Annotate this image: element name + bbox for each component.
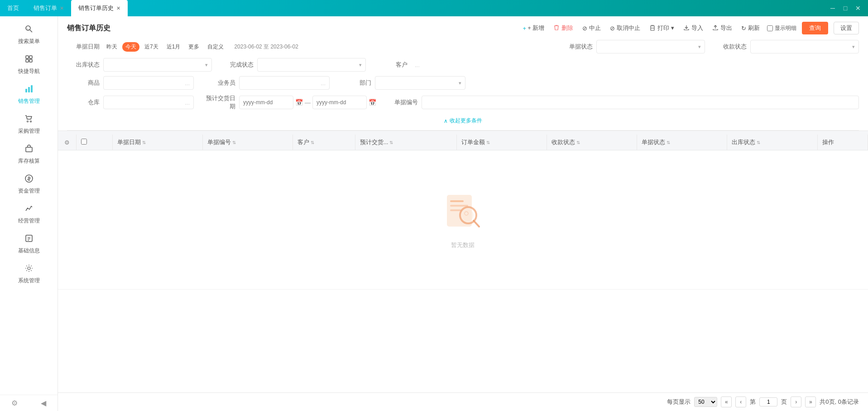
close-button[interactable]: ✕ bbox=[854, 4, 863, 13]
col-settings-icon[interactable]: ⚙ bbox=[64, 139, 70, 146]
export-button[interactable]: 导出 bbox=[710, 23, 734, 33]
col-expected-date: 预计交货... ⇅ bbox=[355, 135, 457, 150]
svg-point-11 bbox=[27, 121, 28, 122]
svg-line-28 bbox=[474, 221, 479, 227]
date-7days-btn[interactable]: 近7天 bbox=[141, 42, 162, 52]
page-number-input[interactable] bbox=[759, 397, 777, 406]
expected-date-to-icon[interactable]: 📅 bbox=[369, 99, 376, 106]
sidebar-item-search-menu[interactable]: 搜索菜单 bbox=[0, 20, 58, 50]
empty-illustration bbox=[436, 190, 490, 236]
date-1month-btn[interactable]: 近1月 bbox=[163, 42, 184, 52]
warehouse-input[interactable]: ... bbox=[103, 96, 194, 109]
customer-input[interactable]: ... bbox=[411, 58, 502, 72]
sidebar-item-basic-info[interactable]: 基础信息 bbox=[0, 229, 58, 259]
completion-status-chevron-icon: ▾ bbox=[359, 62, 362, 68]
minimize-button[interactable]: ─ bbox=[828, 4, 837, 13]
order-no-input[interactable] bbox=[422, 96, 859, 109]
date-more-btn[interactable]: 更多 bbox=[185, 42, 202, 52]
col-order-no-sort[interactable]: 单据编号 ⇅ bbox=[207, 138, 288, 146]
collapse-bar[interactable]: ∧ 收起更多条件 bbox=[67, 115, 859, 126]
customer-label: 客户 bbox=[375, 61, 411, 69]
date-custom-btn[interactable]: 自定义 bbox=[204, 42, 227, 52]
export-icon bbox=[712, 24, 719, 32]
col-order-status-sort[interactable]: 单据状态 ⇅ bbox=[642, 138, 722, 146]
select-all-checkbox[interactable] bbox=[81, 139, 87, 145]
cancel-stop-icon: ⊘ bbox=[610, 25, 615, 32]
delete-button[interactable]: 删除 bbox=[551, 23, 575, 33]
collapse-up-icon: ∧ bbox=[444, 118, 448, 124]
query-button[interactable]: 查询 bbox=[802, 22, 828, 34]
col-warehouse-status: 出库状态 ⇅ bbox=[727, 135, 817, 150]
date-today-btn[interactable]: 今天 bbox=[122, 42, 139, 52]
expected-date-from-input[interactable] bbox=[239, 96, 293, 109]
sidebar-item-sales-mgmt[interactable]: 销售管理 bbox=[0, 80, 58, 110]
last-page-button[interactable]: » bbox=[805, 396, 816, 407]
svg-rect-25 bbox=[450, 209, 461, 211]
expected-date-from-icon[interactable]: 📅 bbox=[295, 99, 303, 106]
order-status-select[interactable]: ▾ bbox=[596, 40, 705, 53]
finance-icon bbox=[24, 174, 34, 185]
sidebar-item-inventory-label: 库存核算 bbox=[18, 157, 40, 165]
col-date-sort[interactable]: 单据日期 ⇅ bbox=[117, 138, 198, 146]
search-menu-icon bbox=[24, 24, 34, 36]
col-amount-sort[interactable]: 订单金额 ⇅ bbox=[461, 138, 542, 146]
quick-nav-icon bbox=[24, 54, 34, 66]
completion-status-label: 完成状态 bbox=[221, 61, 257, 69]
cancel-stop-button[interactable]: ⊘ 取消中止 bbox=[608, 23, 642, 33]
sidebar-settings-button[interactable]: ⚙ bbox=[11, 399, 18, 407]
product-input[interactable]: ... bbox=[103, 76, 194, 90]
refresh-button[interactable]: ↻ 刷新 bbox=[739, 23, 762, 33]
sidebar-item-finance[interactable]: 资金管理 bbox=[0, 169, 58, 199]
empty-state: 暂无数据 bbox=[62, 154, 863, 285]
sidebar-collapse-button[interactable]: ◀ bbox=[41, 399, 46, 407]
tab-sales-order[interactable]: 销售订单 ✕ bbox=[26, 0, 71, 16]
sidebar-item-ops[interactable]: 经营管理 bbox=[0, 199, 58, 229]
tab-sales-order-history-close[interactable]: ✕ bbox=[116, 5, 120, 11]
per-page-select[interactable]: 50 10 20 100 bbox=[694, 397, 717, 407]
new-button[interactable]: + + 新增 bbox=[521, 23, 547, 33]
col-payment-status-sort[interactable]: 收款状态 ⇅ bbox=[551, 138, 632, 146]
empty-state-row: 暂无数据 bbox=[58, 150, 868, 290]
print-button[interactable]: 打印 ▾ bbox=[647, 23, 676, 33]
svg-rect-6 bbox=[26, 59, 29, 62]
tab-sales-order-close[interactable]: ✕ bbox=[60, 5, 64, 11]
sidebar-item-sys-mgmt[interactable]: 系统管理 bbox=[0, 259, 58, 289]
toolbar: + + 新增 删除 ⊘ 中止 ⊘ 取 bbox=[521, 22, 859, 34]
tab-sales-order-history[interactable]: 销售订单历史 ✕ bbox=[71, 0, 128, 16]
sidebar-item-purchase-mgmt[interactable]: 采购管理 bbox=[0, 110, 58, 140]
next-page-button[interactable]: › bbox=[791, 396, 801, 407]
first-page-button[interactable]: « bbox=[721, 396, 732, 407]
sidebar-item-quick-nav[interactable]: 快捷导航 bbox=[0, 50, 58, 80]
stop-button[interactable]: ⊘ 中止 bbox=[580, 23, 603, 33]
settings-button[interactable]: 设置 bbox=[834, 22, 859, 34]
page-title-row: 销售订单历史 + + 新增 删除 ⊘ 中止 bbox=[67, 22, 859, 34]
display-toggle[interactable]: 显示明细 bbox=[767, 24, 796, 32]
page-suffix: 页 bbox=[781, 398, 787, 406]
import-button[interactable]: 导入 bbox=[681, 23, 705, 33]
prev-page-button[interactable]: ‹ bbox=[735, 396, 746, 407]
svg-point-27 bbox=[463, 210, 474, 221]
expected-date-to-input[interactable] bbox=[312, 96, 367, 109]
tab-home-label: 首页 bbox=[7, 4, 19, 12]
col-customer-sort[interactable]: 客户 ⇅ bbox=[297, 138, 350, 146]
tab-home[interactable]: 首页 bbox=[0, 0, 26, 16]
maximize-button[interactable]: □ bbox=[841, 4, 850, 13]
department-select[interactable]: ▾ bbox=[375, 76, 465, 90]
import-icon bbox=[683, 24, 690, 32]
date-yesterday-btn[interactable]: 昨天 bbox=[103, 42, 120, 52]
display-toggle-checkbox[interactable] bbox=[767, 25, 773, 31]
col-expected-date-sort[interactable]: 预计交货... ⇅ bbox=[360, 138, 452, 146]
department-label: 部门 bbox=[339, 79, 375, 87]
col-order-status: 单据状态 ⇅ bbox=[637, 135, 727, 150]
sort-order-no-icon: ⇅ bbox=[232, 140, 236, 145]
col-warehouse-status-sort[interactable]: 出库状态 ⇅ bbox=[732, 138, 812, 146]
payment-status-select[interactable]: ▾ bbox=[750, 40, 859, 53]
payment-status-label: 收款状态 bbox=[714, 43, 750, 51]
sidebar-item-inventory[interactable]: 库存核算 bbox=[0, 140, 58, 169]
date-filter-control: 昨天 今天 近7天 近1月 更多 自定义 2023-06-02 至 2023-0… bbox=[103, 42, 560, 52]
warehouse-status-select[interactable]: ▾ bbox=[103, 58, 212, 72]
date-range-text: 2023-06-02 至 2023-06-02 bbox=[234, 44, 298, 50]
completion-status-select[interactable]: ▾ bbox=[257, 58, 366, 72]
salesperson-input[interactable]: ... bbox=[239, 76, 330, 90]
page-title: 销售订单历史 bbox=[67, 24, 110, 33]
